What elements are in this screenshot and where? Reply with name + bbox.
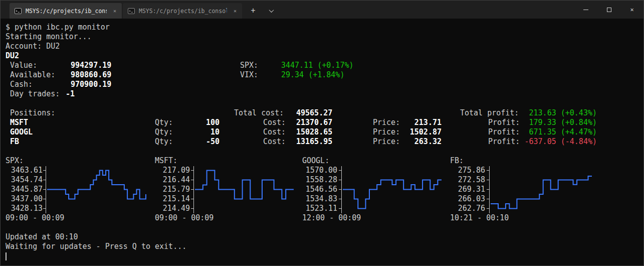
qty-label: Qty:: [155, 127, 173, 137]
spx-label: SPX:: [240, 61, 258, 70]
available-amount: 980860.69: [71, 70, 111, 80]
waiting-line: Waiting for updates - Press Q to exit...: [6, 242, 186, 251]
cash-label: Cash:: [10, 80, 33, 89]
chart-title: GOOGL:: [302, 156, 329, 166]
plus-icon: +: [251, 6, 255, 15]
y-tick-label: 269.31: [450, 185, 485, 194]
y-tick-label: 3445.87: [6, 185, 43, 194]
y-tick-label: 216.44: [155, 175, 190, 185]
new-tab-button[interactable]: +: [246, 4, 260, 17]
chart-line-spx: [46, 166, 147, 213]
available-label: Available:: [10, 70, 55, 80]
y-tick-label: 275.86: [450, 166, 485, 175]
y-tick-label: 262.76: [450, 204, 485, 213]
y-tick-label: 215.79: [155, 185, 190, 194]
y-tick-label: 1546.56: [302, 185, 337, 194]
position-symbol: FB: [10, 137, 19, 147]
tab-dropdown-button[interactable]: [264, 4, 278, 17]
tab-2[interactable]: MSYS:/c/projects/ib_console ✕: [123, 3, 242, 19]
close-icon: ✕: [630, 6, 633, 13]
price-label: Price:: [373, 127, 400, 137]
cost-value: 21370.67: [296, 118, 332, 127]
total-profit-value: 213.63 (+0.43%): [512, 108, 597, 118]
spx-value: 3447.11 (+0.17%): [281, 61, 354, 70]
close-button[interactable]: ✕: [620, 1, 643, 19]
profit-value: -637.05 (-4.84%): [512, 137, 597, 147]
day-trades-value: -1: [66, 89, 75, 99]
chart-line-googl: [342, 166, 443, 213]
profit-value: 179.33 (+0.84%): [512, 118, 597, 127]
cost-label: Cost:: [263, 118, 286, 127]
y-tick-label: 266.03: [450, 194, 485, 204]
y-tick-label: 1570.00: [302, 166, 337, 175]
x-axis-label: 12:00 - 00:09: [302, 213, 361, 223]
position-symbol: MSFT: [10, 118, 28, 127]
x-axis-label: 10:21 - 00:10: [450, 213, 509, 223]
total-cost-label: Total cost:: [234, 108, 284, 118]
price-value: 213.71: [399, 118, 442, 127]
y-tick-label: 3454.74: [6, 175, 43, 185]
y-tick-label: 215.14: [155, 194, 190, 204]
chevron-down-icon: [269, 8, 274, 13]
qty-label: Qty:: [155, 118, 173, 127]
minimize-icon: [583, 10, 588, 10]
minimize-button[interactable]: [574, 1, 597, 19]
tab-close-icon[interactable]: ✕: [111, 7, 119, 15]
y-tick-label: 3428.13: [6, 204, 43, 213]
position-symbol: GOOGL: [10, 127, 33, 137]
terminal-icon: [15, 8, 22, 14]
tab-1[interactable]: MSYS:/c/projects/ib_console ✕: [10, 3, 122, 19]
account-name: DU2: [6, 51, 19, 61]
qty-label: Qty:: [155, 137, 173, 147]
y-tick-label: 272.58: [450, 175, 485, 185]
tab-title: MSYS:/c/projects/ib_console: [26, 8, 107, 15]
x-axis-label: 09:00 - 00:09: [6, 213, 64, 223]
terminal-icon: [128, 8, 135, 14]
maximize-button[interactable]: [597, 1, 620, 19]
chart-spx: SPX: 3463.61 3454.74 3445.87 3437.00 342…: [6, 156, 147, 223]
chart-title: FB:: [450, 156, 464, 166]
cash-amount: 970900.19: [71, 80, 111, 89]
day-trades-label: Day trades:: [10, 89, 60, 99]
vix-label: VIX:: [240, 70, 258, 80]
total-cost-value: 49565.27: [296, 108, 332, 118]
cost-value: 15028.65: [296, 127, 332, 137]
updated-line: Updated at 00:10: [6, 232, 78, 242]
value-label: Value:: [10, 61, 37, 70]
qty-value: -50: [181, 137, 220, 147]
cost-value: 13165.95: [296, 137, 332, 147]
command-line: $ python ibc.py monitor: [6, 23, 110, 32]
price-value: 263.32: [399, 137, 442, 147]
y-tick-label: 214.49: [155, 204, 190, 213]
y-tick-label: 1558.28: [302, 175, 337, 185]
chart-line-fb: [490, 166, 593, 213]
positions-header: Positions:: [10, 108, 55, 118]
account-line: Account: DU2: [6, 42, 60, 51]
tab-title: MSYS:/c/projects/ib_console: [139, 8, 227, 15]
x-axis-label: 09:00 - 00:09: [155, 213, 213, 223]
price-label: Price:: [373, 118, 400, 127]
y-tick-label: 1523.11: [302, 204, 337, 213]
qty-value: 100: [181, 118, 220, 127]
price-value: 1502.87: [399, 127, 442, 137]
chart-msft: MSFT: 217.09 216.44 215.79 215.14 214.49…: [155, 156, 295, 223]
titlebar[interactable]: MSYS:/c/projects/ib_console ✕ MSYS:/c/pr…: [1, 1, 643, 19]
value-amount: 994297.19: [71, 61, 111, 70]
terminal-window: MSYS:/c/projects/ib_console ✕ MSYS:/c/pr…: [0, 0, 644, 266]
chart-line-msft: [194, 166, 295, 213]
cost-label: Cost:: [263, 137, 286, 147]
chart-fb: FB: 275.86 272.58 269.31 266.03 262.76 1…: [450, 156, 593, 223]
tab-close-icon[interactable]: ✕: [231, 7, 239, 15]
y-tick-label: 217.09: [155, 166, 190, 175]
vix-value: 29.34 (+1.84%): [281, 70, 344, 80]
chart-googl: GOOGL: 1570.00 1558.28 1546.56 1534.83 1…: [302, 156, 443, 223]
y-tick-label: 1534.83: [302, 194, 337, 204]
terminal-content[interactable]: $ python ibc.py monitor Starting monitor…: [1, 19, 643, 265]
total-profit-label: Total profit:: [460, 108, 519, 118]
maximize-icon: [607, 8, 611, 12]
chart-title: SPX:: [6, 156, 24, 166]
y-tick-label: 3437.00: [6, 194, 43, 204]
y-tick-label: 3463.61: [6, 166, 43, 175]
terminal-cursor: [6, 252, 7, 260]
cost-label: Cost:: [263, 127, 286, 137]
